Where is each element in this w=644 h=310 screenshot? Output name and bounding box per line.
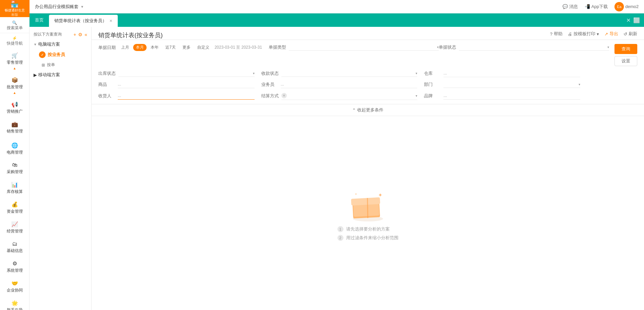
outstatus-input[interactable]: ▾ <box>118 70 255 77</box>
newuser-icon: 🌟 <box>11 300 18 306</box>
date-tab-thisyear[interactable]: 本年 <box>148 44 161 51</box>
user-profile[interactable]: Ea demo2 <box>614 2 639 11</box>
query-button[interactable]: 查询 <box>614 44 637 54</box>
date-tab-more[interactable]: 更多 <box>180 44 193 51</box>
sidebar: 🏪 畅捷通好生意 标版 🔍 搜索菜单 ⚡ 快捷导航 🛒 零售管理 ▲ 📦 批发管… <box>0 0 30 310</box>
scheme-group-desktop: ▼ 电脑端方案 ✓ 按业务员 ⊞ 按单 <box>30 39 91 70</box>
page-header: 销货单统计表(按业务员) ? 帮助 🖨 按模板打印 ▾ ↗ 导出 <box>92 27 644 40</box>
brand-input[interactable]: ... <box>443 92 580 100</box>
date-tab-custom[interactable]: 自定义 <box>195 44 212 51</box>
sales-icon: 💼 <box>11 121 18 127</box>
sidebar-item-inventory[interactable]: 📊 库存核算 <box>0 178 29 198</box>
date-tab-thismonth[interactable]: 本月 <box>133 44 147 51</box>
settings-button[interactable]: 设置 <box>614 56 637 66</box>
collapse-icon: ⌃ <box>352 108 356 113</box>
filter-brand-item: 品牌 ... <box>424 92 587 100</box>
scheme-settings-btn[interactable]: ⚙ <box>78 32 83 37</box>
sidebar-item-finance[interactable]: 💰 资金管理 <box>0 198 29 218</box>
sidebar-item-operations[interactable]: 📈 经营管理 <box>0 218 29 238</box>
sidebar-quick-nav[interactable]: ⚡ 快捷导航 <box>0 33 29 48</box>
industry-dropdown[interactable]: ▾ <box>81 4 83 9</box>
receiver-input[interactable]: ... <box>118 92 255 100</box>
sidebar-search[interactable]: 🔍 搜索菜单 <box>0 17 29 33</box>
tabbar-actions: ✕ ⬜ <box>626 17 644 23</box>
tab-home[interactable]: 首页 <box>30 13 49 27</box>
sidebar-item-system[interactable]: ⚙ 系统管理 <box>0 257 29 277</box>
main-area: 办公用品行业模拟账套 ▾ 💬 消息 📲 App下载 Ea demo2 首页 销货… <box>30 0 644 310</box>
sidebar-item-newuser[interactable]: 🌟 新手引导 <box>0 297 29 310</box>
sidebar-item-enterprise[interactable]: 🤝 企业协同 <box>0 277 29 297</box>
receiptstatus-arrow: ▾ <box>416 71 417 75</box>
sidebar-logo[interactable]: 🏪 畅捷通好生意 标版 <box>0 0 30 17</box>
home-tab-label: 首页 <box>35 17 44 23</box>
salesperson-input[interactable]: ... <box>281 81 418 88</box>
help-label: 帮助 <box>554 31 562 37</box>
sidebar-item-ecommerce[interactable]: 🌐 电商管理 <box>0 139 29 159</box>
industry-title: 办公用品行业模拟账套 <box>35 4 78 10</box>
receiver-label: 收货人 <box>98 93 115 99</box>
filter-warehouse-item: 仓库 ... <box>424 69 587 77</box>
enterprise-icon: 🤝 <box>11 280 18 287</box>
sidebar-item-wholesale[interactable]: 📦 批发管理 ▲ <box>0 73 29 98</box>
message-btn[interactable]: 💬 消息 <box>562 4 578 10</box>
scheme-add-btn[interactable]: + <box>73 32 76 37</box>
sidebar-item-sales[interactable]: 💼 销售管理 <box>0 118 29 138</box>
receiptstatus-label: 收款状态 <box>261 70 279 76</box>
settlement-input[interactable]: × ▾ <box>281 92 418 100</box>
svg-text:✦: ✦ <box>378 192 382 198</box>
filter-row2: 出库状态 ▾ 收款状态 ▾ 仓库 <box>98 69 637 77</box>
avatar: Ea <box>614 2 624 11</box>
close-tab-btn[interactable]: ✕ <box>626 17 631 23</box>
scheme-collapse-btn[interactable]: « <box>85 32 87 37</box>
empty-hints: 1 请先选择要分析的方案 2 用过滤条件来缩小分析范围 <box>337 226 398 241</box>
page-title: 销货单统计表(按业务员) <box>98 31 163 39</box>
settlement-close[interactable]: × <box>281 93 287 98</box>
right-content: 销货单统计表(按业务员) ? 帮助 🖨 按模板打印 ▾ ↗ 导出 <box>92 27 644 310</box>
doctype-input[interactable]: ▾ <box>289 44 439 51</box>
scheme-subitem-order[interactable]: ⊞ 按单 <box>30 60 91 70</box>
ecommerce-icon: 🌐 <box>11 142 18 149</box>
date-tab-lastmonth[interactable]: 上月 <box>118 44 132 51</box>
scheme-panel-title: 按以下方案查询 <box>34 32 62 37</box>
scheme-group-desktop-header[interactable]: ▼ 电脑端方案 <box>30 39 91 49</box>
collapse-more-btn[interactable]: ⌃ 收起更多条件 <box>352 107 383 113</box>
warehouse-placeholder: ... <box>443 71 447 75</box>
receiver-placeholder: ... <box>118 93 121 98</box>
salesperson-placeholder: ... <box>281 82 284 87</box>
inventory-icon: 📊 <box>11 182 18 188</box>
department-input[interactable]: ▾ <box>443 81 580 88</box>
sidebar-item-purchase[interactable]: 🛍 采购管理 <box>0 159 29 178</box>
maximize-btn[interactable]: ⬜ <box>633 17 640 23</box>
scheme-panel: 按以下方案查询 + ⚙ « ▼ 电脑端方案 ✓ 按业务员 ⊞ 按单 <box>30 27 92 310</box>
operations-icon: 📈 <box>11 221 18 227</box>
scheme-item-salesperson[interactable]: ✓ 按业务员 <box>30 49 91 60</box>
help-btn[interactable]: ? 帮助 <box>550 31 562 37</box>
warehouse-input[interactable]: ... <box>443 69 580 77</box>
receiptstatus-input[interactable]: ▾ <box>281 70 418 77</box>
date-label: 单据日期 <box>98 45 116 51</box>
docstatus-label: 单据状态 <box>439 44 456 50</box>
docstatus-input[interactable]: ▾ <box>459 44 609 51</box>
template-print-btn[interactable]: 🖨 按模板打印 ▾ <box>568 31 599 37</box>
department-label: 部门 <box>424 82 441 88</box>
sidebar-item-basic[interactable]: 🗂 基础信息 <box>0 238 29 257</box>
finance-icon: 💰 <box>11 201 18 208</box>
goods-placeholder: ... <box>118 82 121 87</box>
system-icon: ⚙ <box>12 260 17 267</box>
date-tabs: 上月 本月 本年 近7天 更多 自定义 <box>118 44 212 51</box>
tab-close-btn[interactable]: ✕ <box>109 19 112 23</box>
topbar-right: 💬 消息 📲 App下载 Ea demo2 <box>562 2 639 11</box>
app-download-btn[interactable]: 📲 App下载 <box>585 4 608 10</box>
sidebar-item-marketing[interactable]: 📢 营销推广 <box>0 98 29 118</box>
collapse-bar: ⌃ 收起更多条件 <box>92 104 644 116</box>
date-tab-7days[interactable]: 近7天 <box>163 44 178 51</box>
tab-sales-stat[interactable]: 销货单统计表（按业务员） ✕ <box>49 15 118 27</box>
topbar-left: 办公用品行业模拟账套 ▾ <box>35 4 83 10</box>
refresh-btn[interactable]: ↺ 刷新 <box>624 31 637 37</box>
scheme-group-mobile-header[interactable]: ▶ 移动端方案 <box>30 70 91 80</box>
sidebar-item-retail[interactable]: 🛒 零售管理 ▲ <box>0 49 29 73</box>
goods-input[interactable]: ... <box>118 81 255 88</box>
export-btn[interactable]: ↗ 导出 <box>604 31 618 37</box>
hint-text-1: 请先选择要分析的方案 <box>346 226 390 232</box>
retail-icon: 🛒 <box>11 52 18 59</box>
